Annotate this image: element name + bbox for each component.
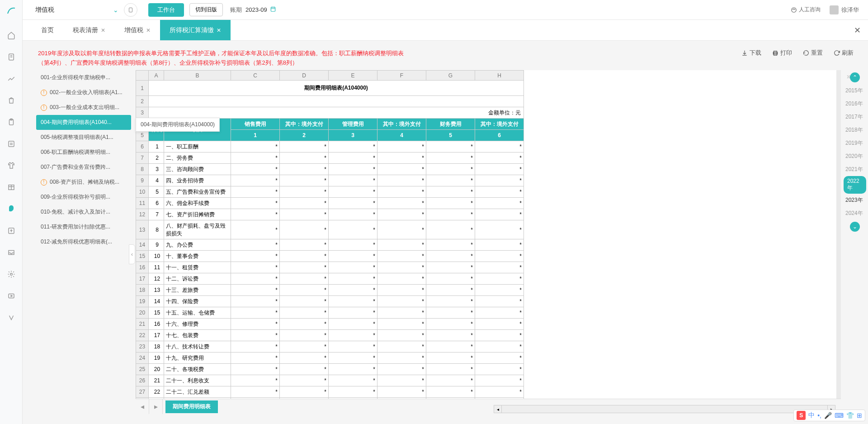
- data-cell[interactable]: *: [329, 330, 377, 341]
- data-cell[interactable]: *: [377, 319, 426, 330]
- data-cell[interactable]: *: [426, 330, 475, 341]
- data-cell[interactable]: *: [231, 285, 280, 296]
- data-cell[interactable]: *: [280, 386, 329, 398]
- data-cell[interactable]: *: [231, 307, 280, 319]
- data-cell[interactable]: *: [231, 186, 280, 198]
- data-cell[interactable]: *: [231, 364, 280, 375]
- form-list-item[interactable]: 002-一般企业收入明细表(A1...: [36, 85, 131, 100]
- settings-icon[interactable]: [6, 269, 17, 280]
- data-cell[interactable]: *: [475, 239, 524, 251]
- data-cell[interactable]: *: [377, 164, 426, 175]
- ime-toolbar[interactable]: S 中 •, 🎤 ⌨ 👕 ⊞: [793, 410, 865, 421]
- data-cell[interactable]: *: [231, 239, 280, 251]
- data-cell[interactable]: *: [377, 152, 426, 164]
- clipboard-icon[interactable]: [6, 117, 17, 128]
- tax-active-icon[interactable]: [6, 204, 17, 214]
- data-cell[interactable]: *: [426, 164, 475, 175]
- data-cell[interactable]: *: [231, 152, 280, 164]
- data-cell[interactable]: *: [377, 220, 426, 239]
- data-cell[interactable]: *: [231, 330, 280, 341]
- tab-3[interactable]: 所得税汇算清缴✕: [160, 20, 231, 40]
- data-cell[interactable]: *: [426, 152, 475, 164]
- data-cell[interactable]: *: [329, 353, 377, 364]
- data-cell[interactable]: *: [475, 175, 524, 186]
- data-cell[interactable]: *: [329, 220, 377, 239]
- data-cell[interactable]: *: [475, 285, 524, 296]
- reset-button[interactable]: 重置: [803, 49, 823, 57]
- data-cell[interactable]: *: [475, 198, 524, 209]
- data-cell[interactable]: *: [426, 307, 475, 319]
- data-cell[interactable]: *: [329, 273, 377, 285]
- form-list-item[interactable]: 012-减免所得税优惠明细表(...: [36, 234, 131, 249]
- data-cell[interactable]: *: [377, 239, 426, 251]
- data-cell[interactable]: *: [475, 319, 524, 330]
- collapse-panel-handle[interactable]: ‹: [129, 244, 135, 264]
- form-list-item[interactable]: 003-一般企业成本支出明细...: [36, 100, 131, 115]
- form-list-item[interactable]: 001-企业所得税年度纳税申...: [36, 70, 131, 85]
- download-button[interactable]: 下载: [741, 49, 761, 57]
- data-cell[interactable]: *: [329, 209, 377, 220]
- data-cell[interactable]: *: [426, 239, 475, 251]
- data-cell[interactable]: *: [475, 186, 524, 198]
- data-cell[interactable]: *: [329, 307, 377, 319]
- year-down-icon[interactable]: ⌄: [850, 222, 860, 232]
- data-cell[interactable]: *: [475, 330, 524, 341]
- data-cell[interactable]: *: [475, 307, 524, 319]
- data-cell[interactable]: *: [475, 375, 524, 386]
- v-icon[interactable]: [6, 312, 17, 323]
- data-cell[interactable]: *: [329, 262, 377, 273]
- data-cell[interactable]: *: [426, 273, 475, 285]
- data-cell[interactable]: *: [280, 341, 329, 353]
- data-cell[interactable]: *: [231, 209, 280, 220]
- tab-close-icon[interactable]: ✕: [146, 27, 151, 33]
- data-cell[interactable]: *: [475, 353, 524, 364]
- tab-1[interactable]: 税表清册✕: [63, 20, 115, 40]
- data-cell[interactable]: *: [231, 141, 280, 152]
- data-cell[interactable]: *: [377, 353, 426, 364]
- data-cell[interactable]: *: [280, 307, 329, 319]
- user-menu[interactable]: 徐泽华: [830, 5, 859, 14]
- year-item[interactable]: 2015年: [844, 84, 866, 97]
- consult-link[interactable]: 人工咨询: [791, 6, 821, 14]
- data-cell[interactable]: *: [329, 198, 377, 209]
- data-cell[interactable]: *: [231, 296, 280, 307]
- data-cell[interactable]: *: [231, 175, 280, 186]
- ime-skin-icon[interactable]: 👕: [846, 412, 854, 419]
- year-item[interactable]: 2022年: [844, 176, 866, 194]
- data-cell[interactable]: *: [280, 375, 329, 386]
- data-cell[interactable]: *: [475, 152, 524, 164]
- data-cell[interactable]: *: [377, 330, 426, 341]
- data-cell[interactable]: *: [426, 285, 475, 296]
- data-cell[interactable]: *: [475, 341, 524, 353]
- data-cell[interactable]: *: [377, 186, 426, 198]
- data-cell[interactable]: *: [231, 262, 280, 273]
- switch-old-version-button[interactable]: 切到旧版: [189, 3, 223, 16]
- data-cell[interactable]: *: [280, 285, 329, 296]
- data-cell[interactable]: *: [426, 386, 475, 398]
- year-item[interactable]: 2018年: [844, 124, 866, 137]
- data-cell[interactable]: *: [377, 209, 426, 220]
- data-cell[interactable]: *: [475, 273, 524, 285]
- data-cell[interactable]: *: [426, 175, 475, 186]
- data-cell[interactable]: *: [280, 239, 329, 251]
- data-cell[interactable]: *: [377, 273, 426, 285]
- ime-lang-label[interactable]: 中: [808, 411, 815, 419]
- data-cell[interactable]: *: [280, 273, 329, 285]
- data-cell[interactable]: *: [231, 375, 280, 386]
- doc-round-icon[interactable]: [124, 3, 137, 17]
- data-cell[interactable]: *: [231, 220, 280, 239]
- video-icon[interactable]: [6, 291, 17, 301]
- data-cell[interactable]: *: [426, 262, 475, 273]
- data-cell[interactable]: *: [231, 341, 280, 353]
- data-cell[interactable]: *: [329, 285, 377, 296]
- data-cell[interactable]: *: [475, 141, 524, 152]
- data-cell[interactable]: *: [280, 251, 329, 262]
- home-icon[interactable]: [6, 30, 17, 41]
- data-cell[interactable]: *: [329, 386, 377, 398]
- data-cell[interactable]: *: [377, 307, 426, 319]
- ime-toolbox-icon[interactable]: ⊞: [857, 412, 862, 419]
- data-cell[interactable]: *: [475, 386, 524, 398]
- data-cell[interactable]: *: [426, 141, 475, 152]
- print-button[interactable]: 打印: [772, 49, 792, 57]
- shirt-icon[interactable]: [6, 160, 17, 171]
